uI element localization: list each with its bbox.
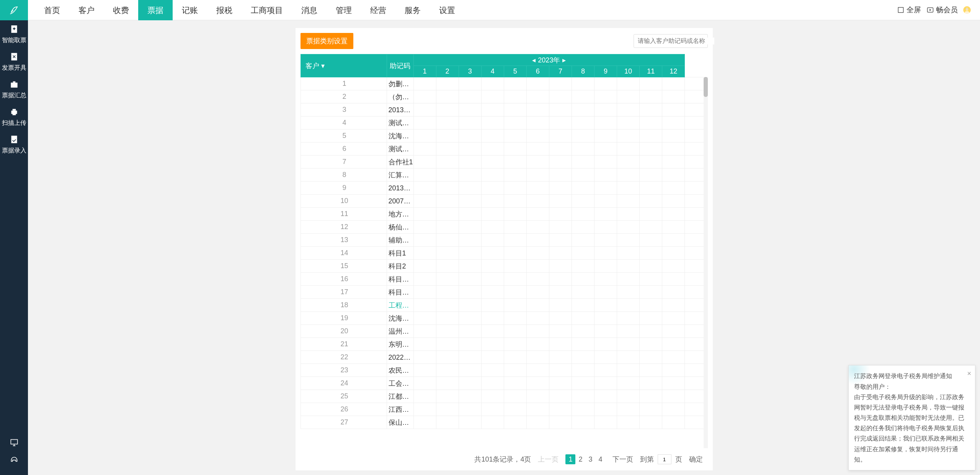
row-month-cell[interactable] bbox=[549, 116, 572, 129]
row-month-cell[interactable] bbox=[640, 338, 662, 351]
row-month-cell[interactable] bbox=[572, 260, 594, 273]
row-month-cell[interactable] bbox=[595, 169, 617, 182]
table-row[interactable]: 24工会会计制度 bbox=[301, 377, 707, 390]
row-month-cell[interactable] bbox=[595, 338, 617, 351]
row-month-cell[interactable] bbox=[481, 182, 504, 195]
row-month-cell[interactable] bbox=[662, 208, 685, 221]
table-row[interactable]: 17科目导入1 bbox=[301, 286, 707, 299]
row-month-cell[interactable] bbox=[504, 129, 526, 142]
table-row[interactable]: 4测试账套的凭证打印的时候是否 bbox=[301, 116, 707, 129]
row-month-cell[interactable] bbox=[662, 116, 685, 129]
row-month-cell[interactable] bbox=[572, 156, 594, 169]
row-month-cell[interactable] bbox=[662, 182, 685, 195]
row-month-cell[interactable] bbox=[504, 325, 526, 338]
row-month-cell[interactable] bbox=[617, 364, 640, 377]
table-row[interactable]: 14科目1 bbox=[301, 247, 707, 260]
row-month-cell[interactable] bbox=[436, 129, 459, 142]
row-month-cell[interactable] bbox=[617, 260, 640, 273]
row-month-cell[interactable] bbox=[459, 103, 481, 116]
row-month-cell[interactable] bbox=[640, 299, 662, 312]
table-row[interactable]: 2（勿删）江西服宝-LSS bbox=[301, 90, 707, 103]
row-month-cell[interactable] bbox=[595, 221, 617, 234]
row-month-cell[interactable] bbox=[459, 273, 481, 286]
row-month-cell[interactable] bbox=[504, 142, 526, 156]
row-month-cell[interactable] bbox=[481, 90, 504, 103]
row-month-cell[interactable] bbox=[617, 312, 640, 325]
row-month-cell[interactable] bbox=[572, 77, 594, 90]
row-month-cell[interactable] bbox=[526, 273, 549, 286]
row-month-cell[interactable] bbox=[436, 364, 459, 377]
row-month-cell[interactable] bbox=[526, 195, 549, 208]
sidebar-item-scan-upload[interactable]: 扫描上传 bbox=[0, 103, 28, 131]
row-month-cell[interactable] bbox=[617, 116, 640, 129]
nav-item-8[interactable]: 管理 bbox=[327, 0, 361, 20]
row-month-cell[interactable] bbox=[617, 90, 640, 103]
row-month-cell[interactable] bbox=[617, 338, 640, 351]
row-month-cell[interactable] bbox=[572, 338, 594, 351]
row-month-cell[interactable] bbox=[504, 169, 526, 182]
row-month-cell[interactable] bbox=[526, 116, 549, 129]
row-month-cell[interactable] bbox=[617, 142, 640, 156]
row-month-cell[interactable] bbox=[617, 221, 640, 234]
row-month-cell[interactable] bbox=[662, 247, 685, 260]
row-month-cell[interactable] bbox=[595, 364, 617, 377]
row-month-cell[interactable] bbox=[459, 90, 481, 103]
row-month-cell[interactable] bbox=[549, 390, 572, 403]
row-month-cell[interactable] bbox=[595, 273, 617, 286]
scrollbar-thumb[interactable] bbox=[704, 77, 708, 97]
row-month-cell[interactable] bbox=[595, 312, 617, 325]
row-month-cell[interactable] bbox=[640, 156, 662, 169]
row-month-cell[interactable] bbox=[436, 208, 459, 221]
row-month-cell[interactable] bbox=[436, 299, 459, 312]
row-month-cell[interactable] bbox=[595, 142, 617, 156]
row-month-cell[interactable] bbox=[504, 416, 526, 429]
row-month-cell[interactable] bbox=[595, 286, 617, 299]
row-month-cell[interactable] bbox=[549, 195, 572, 208]
row-month-cell[interactable] bbox=[617, 299, 640, 312]
row-month-cell[interactable] bbox=[526, 416, 549, 429]
row-customer-name[interactable]: 工程施工结转 bbox=[387, 299, 413, 312]
row-month-cell[interactable] bbox=[595, 377, 617, 390]
row-month-cell[interactable] bbox=[481, 129, 504, 142]
row-month-cell[interactable] bbox=[549, 77, 572, 90]
row-month-cell[interactable] bbox=[459, 260, 481, 273]
row-month-cell[interactable] bbox=[481, 364, 504, 377]
row-month-cell[interactable] bbox=[595, 260, 617, 273]
row-month-cell[interactable] bbox=[436, 403, 459, 416]
row-month-cell[interactable] bbox=[481, 142, 504, 156]
row-month-cell[interactable] bbox=[459, 208, 481, 221]
sidebar-item-support[interactable] bbox=[0, 451, 28, 468]
row-month-cell[interactable] bbox=[526, 77, 549, 90]
row-month-cell[interactable] bbox=[640, 208, 662, 221]
nav-item-6[interactable]: 工商项目 bbox=[242, 0, 292, 20]
row-month-cell[interactable] bbox=[481, 325, 504, 338]
row-month-cell[interactable] bbox=[617, 325, 640, 338]
nav-item-7[interactable]: 消息 bbox=[292, 0, 327, 20]
row-month-cell[interactable] bbox=[595, 234, 617, 247]
row-month-cell[interactable] bbox=[617, 129, 640, 142]
row-month-cell[interactable] bbox=[617, 195, 640, 208]
row-month-cell[interactable] bbox=[572, 208, 594, 221]
row-month-cell[interactable] bbox=[617, 103, 640, 116]
row-month-cell[interactable] bbox=[572, 195, 594, 208]
row-month-cell[interactable] bbox=[526, 156, 549, 169]
row-month-cell[interactable] bbox=[504, 260, 526, 273]
row-month-cell[interactable] bbox=[595, 182, 617, 195]
row-month-cell[interactable] bbox=[640, 312, 662, 325]
row-month-cell[interactable] bbox=[662, 390, 685, 403]
row-month-cell[interactable] bbox=[595, 299, 617, 312]
row-month-cell[interactable] bbox=[549, 208, 572, 221]
row-month-cell[interactable] bbox=[436, 221, 459, 234]
row-month-cell[interactable] bbox=[640, 182, 662, 195]
sidebar-item-summary[interactable]: 票据汇总 bbox=[0, 75, 28, 103]
row-month-cell[interactable] bbox=[481, 312, 504, 325]
row-month-cell[interactable] bbox=[617, 234, 640, 247]
row-month-cell[interactable] bbox=[595, 403, 617, 416]
row-month-cell[interactable] bbox=[459, 195, 481, 208]
row-month-cell[interactable] bbox=[436, 312, 459, 325]
row-month-cell[interactable] bbox=[640, 142, 662, 156]
row-month-cell[interactable] bbox=[526, 338, 549, 351]
page-prev[interactable]: 上一页 bbox=[535, 454, 562, 465]
row-month-cell[interactable] bbox=[595, 351, 617, 364]
row-month-cell[interactable] bbox=[662, 156, 685, 169]
